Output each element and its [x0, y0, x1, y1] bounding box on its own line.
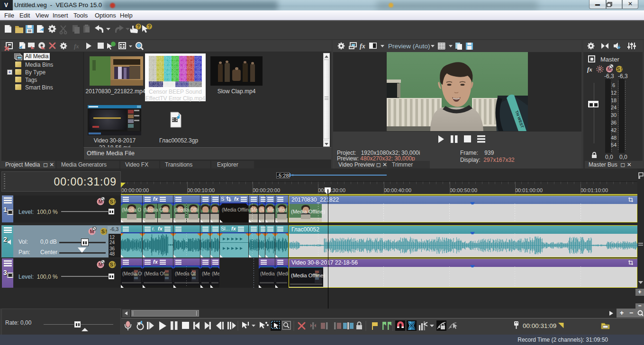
svg-text:fx: fx: [360, 43, 365, 50]
svg-text:R: R: [598, 67, 602, 72]
svg-text:S: S: [110, 199, 113, 204]
svg-text:!: !: [621, 66, 623, 72]
svg-text:S: S: [617, 66, 620, 72]
svg-text:!: !: [114, 199, 116, 204]
svg-text:fx: fx: [74, 43, 79, 50]
svg-text:S: S: [101, 229, 105, 234]
svg-text:fx: fx: [587, 66, 592, 73]
svg-text:Preview (Auto): Preview (Auto): [388, 43, 430, 50]
svg-text:?: ?: [148, 24, 151, 29]
svg-text:00:00:31:09: 00:00:31:09: [523, 322, 556, 329]
svg-text:!: !: [105, 229, 107, 234]
svg-text:?: ?: [137, 24, 140, 29]
svg-text:S: S: [110, 262, 113, 267]
svg-text:!: !: [114, 262, 116, 267]
